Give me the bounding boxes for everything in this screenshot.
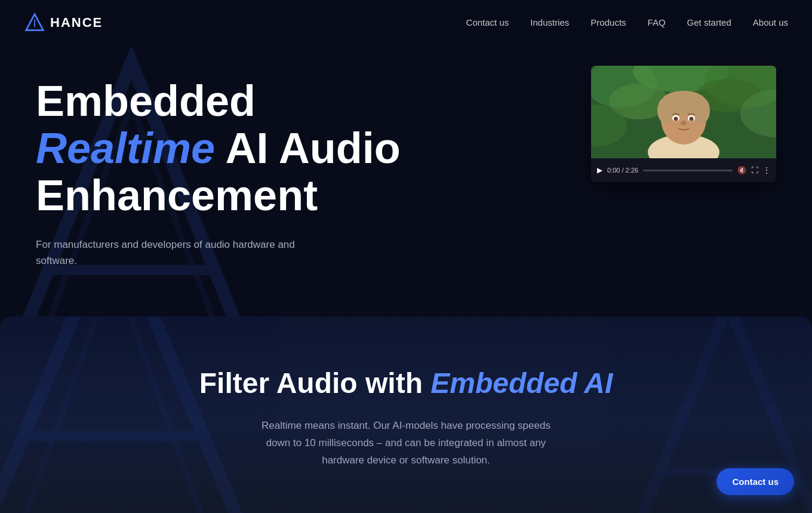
nav-item-products[interactable]: Products — [590, 17, 626, 27]
hero-video-container: ▶ 0:00 / 2:26 🔇 ⛶ ⋮ — [591, 66, 776, 182]
hero-title-ai-audio: AI Audio — [215, 124, 401, 172]
svg-marker-26 — [24, 317, 203, 513]
nav-item-contact[interactable]: Contact us — [466, 17, 509, 27]
hero-section: Embedded Realtime AI Audio Enhancement F… — [0, 0, 812, 322]
video-fullscreen-button[interactable]: ⛶ — [751, 166, 758, 174]
video-more-button[interactable]: ⋮ — [763, 166, 770, 174]
navbar: HANCE Contact us Industries Products FAQ… — [0, 0, 812, 45]
hero-title-line1: Embedded — [36, 77, 256, 125]
second-section-title: Filter Audio with Embedded AI — [199, 367, 613, 400]
hero-title-enhancement: Enhancement — [36, 171, 318, 219]
video-play-button[interactable]: ▶ — [597, 166, 602, 174]
second-title-normal: Filter Audio with — [199, 367, 431, 399]
hero-content: Embedded Realtime AI Audio Enhancement F… — [36, 72, 424, 269]
nav-links: Contact us Industries Products FAQ Get s… — [466, 17, 788, 28]
nav-item-industries[interactable]: Industries — [530, 17, 569, 27]
video-progress-bar[interactable] — [643, 170, 733, 171]
svg-marker-24 — [0, 317, 251, 513]
nav-item-faq[interactable]: FAQ — [648, 17, 666, 27]
video-time: 0:00 / 2:26 — [607, 167, 638, 174]
second-title-italic: Embedded AI — [430, 367, 613, 399]
svg-point-23 — [681, 121, 687, 125]
logo-text: HANCE — [50, 15, 103, 30]
logo-icon — [24, 12, 45, 33]
nav-item-about[interactable]: About us — [753, 17, 788, 27]
second-section: Filter Audio with Embedded AI Realtime m… — [0, 317, 812, 513]
hero-title-realtime: Realtime — [36, 124, 215, 172]
video-player[interactable]: ▶ 0:00 / 2:26 🔇 ⛶ ⋮ — [591, 66, 776, 182]
svg-point-21 — [674, 117, 678, 121]
svg-point-17 — [657, 97, 674, 124]
video-volume-button[interactable]: 🔇 — [737, 166, 746, 174]
logo-link[interactable]: HANCE — [24, 12, 103, 33]
svg-point-22 — [690, 117, 694, 121]
nav-item-get-started[interactable]: Get started — [687, 17, 731, 27]
video-controls: ▶ 0:00 / 2:26 🔇 ⛶ ⋮ — [591, 158, 776, 182]
second-section-body: Realtime means instant. Our AI-models ha… — [251, 417, 561, 469]
floating-contact-button[interactable]: Contact us — [716, 468, 794, 495]
hero-subtitle: For manufacturers and developers of audi… — [36, 236, 310, 269]
svg-point-18 — [693, 97, 710, 124]
second-bg-watermark-left — [0, 317, 263, 513]
hero-title: Embedded Realtime AI Audio Enhancement — [36, 78, 424, 220]
video-person-image — [591, 66, 776, 158]
video-thumbnail — [591, 66, 776, 158]
